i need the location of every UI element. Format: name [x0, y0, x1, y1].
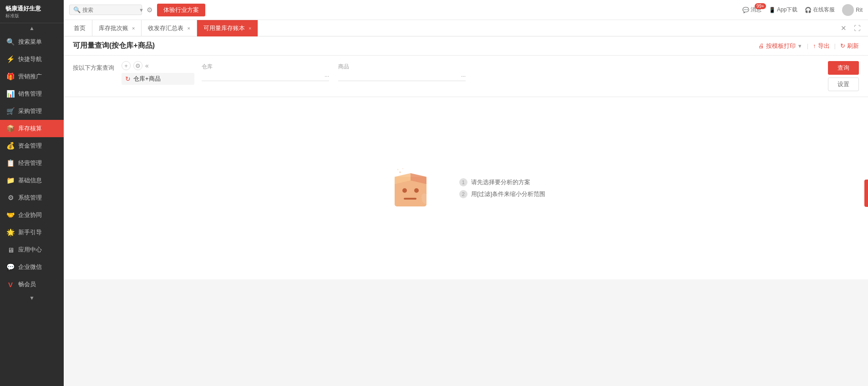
topbar-online-service[interactable]: 🎧 在线客服 — [805, 6, 835, 14]
sidebar-item-marketing[interactable]: 🎁 营销推广 — [0, 68, 64, 85]
search-icon: 🔍 — [6, 38, 15, 46]
scheme-refresh-icon: ↻ — [125, 75, 131, 82]
sidebar-item-label: 营销推广 — [18, 72, 42, 81]
chat-icon: 💬 — [6, 263, 15, 271]
sidebar-item-inventory[interactable]: 📦 库存核算 — [0, 120, 64, 137]
export-button[interactable]: ↑ 导出 — [813, 42, 830, 50]
settings-button[interactable]: 设置 — [828, 77, 859, 91]
sidebar-item-label: 新手引导 — [18, 228, 42, 237]
sidebar-item-sales[interactable]: 📊 销售管理 — [0, 85, 64, 103]
sidebar-item-system[interactable]: ⚙ 系统管理 — [0, 189, 64, 206]
star-icon: 🌟 — [6, 228, 15, 237]
trial-industry-button[interactable]: 体验行业方案 — [157, 4, 205, 16]
sidebar-item-label: 搜索菜单 — [18, 38, 42, 46]
goods-input[interactable] — [338, 72, 459, 79]
sidebar-item-label: 应用中心 — [18, 246, 42, 254]
tab-summary[interactable]: 收发存汇总表 × — [142, 20, 197, 36]
page-actions: 🖨 按模板打印 ▼ | ↑ 导出 | ↻ 刷新 — [758, 42, 859, 50]
sidebar-item-purchase[interactable]: 🛒 采购管理 — [0, 103, 64, 120]
empty-hints: 1 请先选择要分析的方案 2 用[过滤]条件来缩小分析范围 — [459, 178, 545, 198]
goods-more-icon[interactable]: ··· — [461, 73, 466, 79]
close-all-tabs-button[interactable]: ✕ — [839, 23, 848, 33]
handshake-icon: 🤝 — [6, 211, 15, 219]
scheme-item-warehouse-goods[interactable]: ↻ 仓库+商品 — [122, 73, 194, 85]
print-template-button[interactable]: 🖨 按模板打印 ▼ — [758, 42, 802, 50]
topbar-search-icon: 🔍 — [73, 6, 81, 13]
tab-batch-close-icon[interactable]: × — [132, 26, 135, 31]
topbar-dropdown-arrow-icon[interactable]: ▼ — [139, 7, 144, 13]
warehouse-more-icon[interactable]: ··· — [325, 73, 329, 79]
empty-illustration — [386, 163, 437, 213]
sidebar-item-label: 销售管理 — [18, 90, 42, 98]
sidebar-item-appcenter[interactable]: 🖥 应用中心 — [0, 241, 64, 258]
query-label: 按以下方案查询 — [73, 61, 114, 72]
warehouse-input[interactable] — [202, 72, 323, 79]
warehouse-filter-field: 仓库 ··· — [202, 63, 329, 81]
svg-point-9 — [402, 168, 403, 169]
sidebar-item-member[interactable]: V 畅会员 — [0, 276, 64, 293]
right-scroll-indicator[interactable] — [864, 180, 868, 207]
sidebar-item-label: 库存核算 — [18, 124, 42, 133]
svg-point-4 — [414, 188, 419, 193]
topbar-search-input[interactable] — [82, 7, 137, 13]
app-subtitle: 标准版 — [5, 13, 58, 19]
topbar-right: 💬 消息 99+ 📱 App下载 🎧 在线客服 Rit — [742, 4, 863, 16]
topbar-message[interactable]: 💬 消息 99+ — [742, 6, 761, 14]
print-label: 按模板打印 — [766, 42, 796, 50]
sidebar-scroll-up[interactable]: ▲ — [0, 23, 64, 33]
tab-available-close-icon[interactable]: × — [249, 26, 251, 31]
gift-icon: 🎁 — [6, 72, 15, 81]
empty-hint-2: 2 用[过滤]条件来缩小分析范围 — [459, 190, 545, 198]
sidebar-scroll-down[interactable]: ▼ — [0, 293, 64, 303]
tab-available[interactable]: 可用量库存账本 × — [197, 20, 258, 36]
settings-scheme-button[interactable]: ⚙ — [133, 61, 142, 70]
refresh-button[interactable]: ↻ 刷新 — [840, 42, 859, 50]
phone-icon: 📱 — [769, 7, 776, 13]
sidebar-item-label: 经营管理 — [18, 159, 42, 167]
monitor-icon: 🖥 — [6, 246, 15, 254]
topbar-user[interactable]: Rit — [842, 4, 863, 16]
service-label: 在线客服 — [813, 6, 835, 14]
add-scheme-button[interactable]: + — [122, 61, 131, 70]
sidebar-item-enterprise[interactable]: 🤝 企业协同 — [0, 206, 64, 224]
chart-icon: 📊 — [6, 90, 15, 98]
tab-home[interactable]: 首页 — [67, 20, 92, 36]
sidebar-item-search[interactable]: 🔍 搜索菜单 — [0, 33, 64, 51]
vip-icon: V — [6, 281, 15, 288]
sidebar-item-label: 畅会员 — [18, 280, 36, 288]
topbar-search-box[interactable]: 🔍 ▼ — [69, 5, 142, 15]
box-icon: 📦 — [6, 124, 15, 133]
tab-home-label: 首页 — [74, 24, 86, 32]
query-section: 按以下方案查询 + ⚙ « ↻ 仓库+商品 仓库 ··· — [64, 56, 868, 97]
sidebar-item-operations[interactable]: 📋 经营管理 — [0, 154, 64, 172]
sidebar-item-finance[interactable]: 💰 资金管理 — [0, 137, 64, 154]
hint-text-1: 请先选择要分析的方案 — [471, 178, 530, 186]
sidebar-item-basic[interactable]: 📁 基础信息 — [0, 172, 64, 189]
sidebar-item-wechat[interactable]: 💬 企业微信 — [0, 258, 64, 276]
tab-summary-close-icon[interactable]: × — [187, 26, 190, 31]
clipboard-icon: 📋 — [6, 159, 15, 167]
tab-batch[interactable]: 库存批次账 × — [92, 20, 142, 36]
tab-summary-label: 收发存汇总表 — [148, 24, 183, 32]
query-button[interactable]: 查询 — [828, 61, 859, 75]
action-separator-2: | — [834, 42, 836, 49]
sidebar-item-newguide[interactable]: 🌟 新手引导 — [0, 224, 64, 241]
scheme-item-label: 仓库+商品 — [133, 75, 161, 83]
empty-state: 1 请先选择要分析的方案 2 用[过滤]条件来缩小分析范围 — [64, 97, 868, 279]
folder-icon: 📁 — [6, 176, 15, 185]
sidebar-item-label: 系统管理 — [18, 194, 42, 202]
topbar-gear-icon[interactable]: ⚙ — [147, 6, 152, 14]
hint-number-2: 2 — [459, 190, 467, 198]
sidebar-item-quicknav[interactable]: ⚡ 快捷导航 — [0, 51, 64, 68]
svg-rect-5 — [404, 198, 416, 200]
app-title: 畅康通好生意 — [5, 5, 58, 13]
refresh-icon: ↻ — [840, 42, 845, 49]
gear-icon: ⚙ — [6, 194, 15, 202]
page-content: 可用量查询(按仓库+商品) 🖨 按模板打印 ▼ | ↑ 导出 | ↻ 刷新 — [64, 36, 868, 386]
collapse-icon[interactable]: « — [145, 62, 149, 69]
export-label: 导出 — [818, 42, 830, 50]
expand-button[interactable]: ⛶ — [852, 23, 863, 33]
page-title: 可用量查询(按仓库+商品) — [73, 41, 155, 51]
print-dropdown-icon[interactable]: ▼ — [797, 43, 802, 49]
topbar-app-download[interactable]: 📱 App下载 — [769, 6, 797, 14]
